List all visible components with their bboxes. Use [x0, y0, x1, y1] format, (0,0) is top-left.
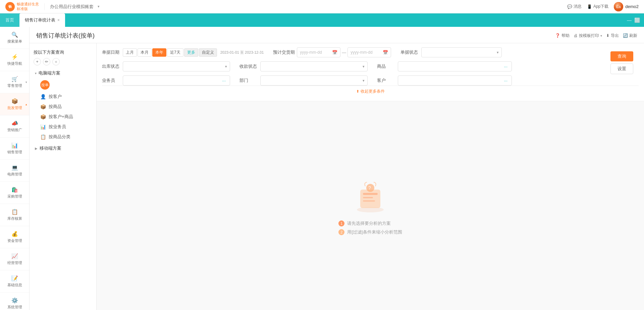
collapse-bar[interactable]: ⬆ 收起更多条件 — [102, 86, 639, 97]
doc-status-select[interactable]: ▾ — [421, 47, 502, 57]
payment-status-select[interactable]: ▾ — [260, 61, 368, 71]
scheme-item-by-order[interactable]: 按单 — [32, 78, 94, 92]
message-icon: 💬 — [567, 4, 572, 9]
tab-sales-order-stat[interactable]: 销售订单统计表 × — [19, 13, 65, 27]
top-bar-left: 畅 畅捷通好生意 标准版 办公用品行业模拟账套 ▾ — [5, 2, 100, 11]
sidebar-item-purchase[interactable]: 🛍️ 采购管理 — [0, 182, 29, 204]
search-icon: 🔍 — [11, 32, 18, 38]
sidebar-item-ecommerce[interactable]: 💻 电商管理 — [0, 160, 29, 182]
basics-icon: 📝 — [11, 275, 18, 281]
sidebar-item-retail[interactable]: 🛒 零售管理 ▾ — [0, 71, 29, 93]
sidebar-item-finance[interactable]: 💰 资金管理 — [0, 226, 29, 248]
scheme-item-by-category[interactable]: 📋 按商品分类 — [32, 132, 94, 142]
sidebar-item-system[interactable]: ⚙️ 系统管理 — [0, 293, 29, 310]
salesperson-select[interactable]: ··· — [123, 75, 230, 86]
export-button[interactable]: ⬇ 导出 — [606, 33, 619, 39]
logo-text: 畅捷通好生意 标准版 — [17, 2, 39, 11]
scheme-section-pc-header[interactable]: ▾ 电脑端方案 — [32, 68, 94, 78]
doc-status-label: 单据状态 — [400, 49, 419, 55]
salesperson-ellipsis-icon[interactable]: ··· — [221, 78, 227, 83]
tab-home-label: 首页 — [5, 17, 14, 23]
date-range-text: 2023-01-01 至 2023-12-31 — [220, 50, 264, 55]
date-last-month-btn[interactable]: 上月 — [123, 48, 137, 57]
product-select[interactable]: ··· — [398, 61, 512, 71]
query-button[interactable]: 查询 — [610, 51, 633, 61]
empty-state: ? 1 请先选择要分析的方案 2 用[过滤]条件来缩小分析范围 — [97, 101, 644, 310]
empty-tips: 1 请先选择要分析的方案 2 用[过滤]条件来缩小分析范围 — [338, 220, 402, 235]
sidebar-item-search[interactable]: 🔍 搜索菜单 — [0, 27, 29, 49]
expected-date-end-placeholder: yyyy-mm-dd — [351, 50, 372, 55]
edit-scheme-button[interactable]: ✏ — [43, 58, 50, 65]
customer-select[interactable]: ··· — [398, 75, 512, 86]
sub-content: 按以下方案查询 + ✏ « — [30, 43, 644, 310]
refresh-button[interactable]: 🔄 刷新 — [623, 33, 637, 39]
sidebar-label-basics: 基础信息 — [7, 282, 22, 288]
by-salesperson-label: 按业务员 — [49, 124, 66, 130]
user-area[interactable]: Ea demo2 — [614, 2, 639, 11]
message-button[interactable]: 💬 消息 — [567, 4, 582, 9]
date-label: 单据日期 — [102, 49, 121, 55]
customer-label: 客户 — [377, 78, 396, 84]
calendar-start-icon: 📅 — [332, 50, 337, 55]
sidebar-item-operations[interactable]: 📈 经营管理 — [0, 248, 29, 270]
add-scheme-button[interactable]: + — [34, 58, 41, 65]
ship-status-select[interactable]: ▾ — [123, 61, 230, 71]
sidebar-item-quick-nav[interactable]: ⚡ 快捷导航 — [0, 49, 29, 71]
date-this-year-btn[interactable]: 本年 — [152, 48, 166, 57]
settings-button[interactable]: 设置 — [610, 63, 633, 74]
sidebar-item-inventory[interactable]: 📋 库存核算 — [0, 204, 29, 226]
filter-content: 单据日期 上月 本月 本年 近7天 更多 自定义 — [97, 43, 644, 310]
date-last7-btn[interactable]: 近7天 — [167, 48, 183, 57]
collapse-label: 收起更多条件 — [361, 89, 385, 94]
scheme-section-pc: ▾ 电脑端方案 按单 👤 按客户 — [32, 68, 94, 142]
expected-date-start-input[interactable]: yyyy-mm-dd 📅 — [297, 47, 340, 57]
sidebar-label-purchase: 采购管理 — [7, 194, 22, 199]
customer-form-item: 客户 ··· — [377, 75, 512, 86]
help-icon: ❓ — [555, 33, 560, 38]
by-product-icon: 📦 — [40, 104, 46, 109]
date-this-month-btn[interactable]: 本月 — [138, 48, 152, 57]
marketing-icon: 📣 — [11, 120, 18, 126]
print-button[interactable]: 🖨 按模板打印 ▾ — [574, 33, 602, 39]
tab-close-icon[interactable]: × — [57, 18, 60, 22]
help-label: 帮助 — [561, 33, 570, 39]
date-more-btn[interactable]: 更多 — [184, 48, 198, 57]
department-select[interactable]: ▾ — [260, 75, 368, 86]
expected-date-end-input[interactable]: yyyy-mm-dd 📅 — [347, 47, 391, 57]
salesperson-label: 业务员 — [102, 78, 121, 84]
help-button[interactable]: ❓ 帮助 — [555, 33, 570, 39]
date-custom-btn[interactable]: 自定义 — [199, 48, 217, 57]
export-label: 导出 — [611, 33, 619, 39]
svg-rect-5 — [363, 197, 373, 198]
print-label: 按模板打印 — [579, 33, 599, 39]
sidebar-item-sales[interactable]: 📊 销售管理 — [0, 138, 29, 160]
scheme-item-by-product[interactable]: 📦 按商品 — [32, 102, 94, 112]
doc-status-arrow-icon: ▾ — [497, 50, 499, 55]
tab-home[interactable]: 首页 — [0, 13, 19, 27]
tab-minimize-btn[interactable]: — — [627, 17, 632, 23]
customer-ellipsis-icon[interactable]: ··· — [502, 78, 509, 83]
top-bar-right: 💬 消息 📱 App下载 Ea demo2 — [567, 2, 639, 11]
dropdown-arrow-icon[interactable]: ▾ — [98, 4, 100, 9]
scheme-item-by-customer[interactable]: 👤 按客户 — [32, 92, 94, 102]
date-form-item: 单据日期 上月 本月 本年 近7天 更多 自定义 — [102, 48, 264, 57]
by-category-icon: 📋 — [40, 134, 46, 140]
scheme-item-by-customer-product[interactable]: 📦 按客户+商品 — [32, 112, 94, 122]
sidebar-item-basics[interactable]: 📝 基础信息 — [0, 270, 29, 293]
action-buttons: 查询 设置 — [605, 47, 639, 78]
sidebar-item-wholesale[interactable]: 📦 批发管理 ▴ — [0, 93, 29, 115]
svg-text:Ea: Ea — [616, 5, 621, 9]
sidebar-item-marketing[interactable]: 📣 营销推广 — [0, 115, 29, 138]
product-ellipsis-icon[interactable]: ··· — [502, 64, 509, 69]
app-download-button[interactable]: 📱 App下载 — [587, 4, 608, 9]
scheme-section-mobile-header[interactable]: ▶ 移动端方案 — [32, 143, 94, 153]
sidebar-label-ecommerce: 电商管理 — [7, 172, 22, 177]
page-actions: ❓ 帮助 🖨 按模板打印 ▾ ⬇ 导出 🔄 刷新 — [555, 33, 637, 39]
sidebar-label-operations: 经营管理 — [7, 260, 22, 265]
sidebar-label-quick-nav: 快捷导航 — [7, 61, 22, 66]
scheme-item-by-salesperson[interactable]: 📊 按业务员 — [32, 122, 94, 132]
operations-icon: 📈 — [11, 253, 18, 259]
ship-status-label: 出库状态 — [102, 63, 121, 69]
collapse-left-button[interactable]: « — [52, 58, 60, 65]
tab-maximize-btn[interactable]: ⬜ — [634, 17, 640, 23]
